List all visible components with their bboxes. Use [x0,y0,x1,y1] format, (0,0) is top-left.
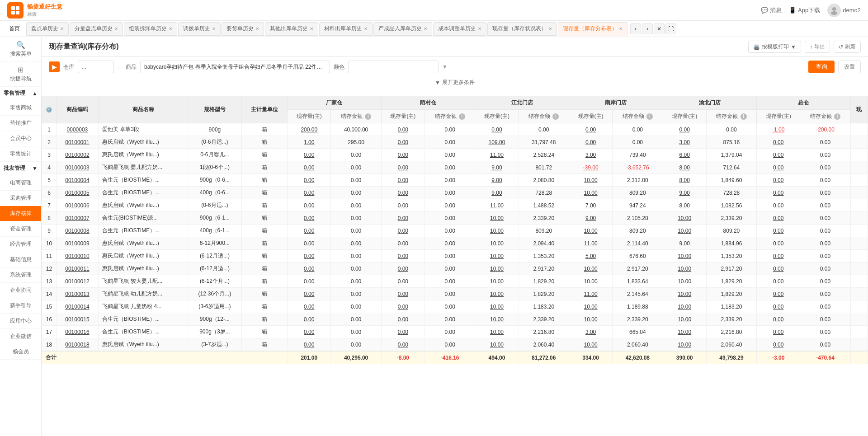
td-f-qty[interactable]: 0.00 [288,187,331,199]
td-jb-qty[interactable]: 109.00 [475,136,519,149]
td-tot-qty[interactable]: 0.00 [757,338,800,352]
td-yb-qty[interactable]: 10.00 [663,313,706,326]
td-jb-qty[interactable]: 9.00 [475,187,519,199]
td-yb-qty[interactable]: 10.00 [663,250,706,263]
td-mc-qty[interactable]: 0.00 [381,136,425,149]
tab-diaobodanhls[interactable]: 调拨单历史✕ [178,22,221,36]
tab-zuzhechaixie[interactable]: 组装拆卸单历史✕ [124,22,177,36]
tab-yaohuo[interactable]: 要货单历史✕ [222,22,264,36]
sidebar-item-ecommerce[interactable]: 电商管理 [0,175,41,191]
td-na-qty[interactable]: 11.00 [569,288,612,300]
td-mc-qty[interactable]: 0.00 [381,326,425,338]
td-na-qty[interactable]: 10.00 [569,263,612,275]
td-tot-qty[interactable]: 0.00 [757,313,800,326]
info-icon-3[interactable]: i [552,113,559,120]
td-mc-qty[interactable]: 0.00 [381,313,425,326]
td-mc-qty[interactable]: 0.00 [381,161,425,174]
td-jb-qty[interactable]: 10.00 [475,338,519,352]
td-code[interactable]: 00100014 [57,300,99,313]
td-na-qty[interactable]: 5.00 [569,250,612,263]
td-yb-qty[interactable]: 10.00 [663,300,706,313]
color-input[interactable] [348,61,439,73]
td-f-qty[interactable]: 0.00 [288,275,331,288]
sidebar-item-retailshop[interactable]: 零售商城 [0,100,41,116]
td-f-qty[interactable]: 200.00 [288,123,331,136]
tab-qitachuku[interactable]: 其他出库单历史✕ [265,22,318,36]
td-yb-qty[interactable]: 3.00 [663,136,706,149]
tab-prev-btn[interactable]: ‹ [630,23,641,34]
tab-close-qitachuku[interactable]: ✕ [310,26,313,31]
td-f-qty[interactable]: 0.00 [288,313,331,326]
td-code[interactable]: 00100006 [57,199,99,212]
td-code[interactable]: 00100009 [57,237,99,250]
sidebar-item-appcenter[interactable]: 应用中心 [0,314,41,329]
sidebar-item-operations[interactable]: 经营管理 [0,237,41,252]
td-jb-qty[interactable]: 0.00 [475,123,519,136]
export-btn[interactable]: ↑ 导出 [805,41,830,53]
td-tot-qty[interactable]: 0.00 [757,199,800,212]
td-tot-qty[interactable]: 0.00 [757,149,800,161]
sidebar-item-guide[interactable]: 新手引导 [0,298,41,314]
user-btn[interactable]: demo2 [827,4,861,17]
td-na-qty[interactable]: 9.00 [569,212,612,225]
td-code[interactable]: 00100011 [57,263,99,275]
td-tot-qty[interactable]: 0.00 [757,326,800,338]
td-mc-qty[interactable]: 0.00 [381,300,425,313]
td-tot-qty[interactable]: 0.00 [757,237,800,250]
td-code[interactable]: 00100007 [57,212,99,225]
td-f-qty[interactable]: 0.00 [288,174,331,187]
td-na-qty[interactable]: 10.00 [569,174,612,187]
td-f-qty[interactable]: 0.00 [288,338,331,352]
td-tot-qty[interactable]: 0.00 [757,187,800,199]
tab-next-btn[interactable]: › [642,23,653,34]
td-mc-qty[interactable]: 0.00 [381,212,425,225]
tab-close-pandian[interactable]: ✕ [60,26,64,31]
td-jb-qty[interactable]: 9.00 [475,161,519,174]
td-jb-qty[interactable]: 10.00 [475,300,519,313]
sidebar-item-system[interactable]: 系统管理 [0,267,41,283]
tab-close-xiancunliang-status[interactable]: ✕ [548,26,552,31]
sidebar-item-finance[interactable]: 资金管理 [0,221,41,237]
tab-home[interactable]: 首页 [4,23,25,34]
tab-xiancunliang-status[interactable]: 现存量（库存状况表）✕ [487,22,557,36]
td-code[interactable]: 00100016 [57,326,99,338]
td-na-qty[interactable]: 10.00 [569,313,612,326]
td-code[interactable]: 00100018 [57,338,99,352]
td-jb-qty[interactable]: 10.00 [475,212,519,225]
sidebar-item-weixin[interactable]: 企业微信 [0,329,41,344]
td-mc-qty[interactable]: 0.00 [381,199,425,212]
tab-close-chenben[interactable]: ✕ [478,26,481,31]
td-yb-qty[interactable]: 8.00 [663,161,706,174]
td-mc-qty[interactable]: 0.00 [381,174,425,187]
td-yb-qty[interactable]: 10.00 [663,212,706,225]
td-yb-qty[interactable]: 0.00 [663,123,706,136]
td-code[interactable]: 00100013 [57,288,99,300]
td-code[interactable]: 00100008 [57,225,99,237]
td-tot-qty[interactable]: 0.00 [757,288,800,300]
td-code[interactable]: 00100005 [57,187,99,199]
sidebar-section-wholesale[interactable]: 批发管理▼ [0,162,41,175]
td-jb-qty[interactable]: 10.00 [475,275,519,288]
td-yb-qty[interactable]: 10.00 [663,338,706,352]
info-icon-4[interactable]: i [646,113,653,120]
expand-more-btn[interactable]: ▼ 展开更多条件 [431,77,478,88]
sidebar-item-inventory[interactable]: 库存核算 [0,206,41,221]
info-icon-5[interactable]: i [741,113,747,120]
td-f-qty[interactable]: 1.00 [288,136,331,149]
tab-chanchengpinruku[interactable]: 产成品入库单历史✕ [373,22,432,36]
td-tot-qty[interactable]: 0.00 [757,174,800,187]
td-code[interactable]: 00100003 [57,161,99,174]
tab-pandian[interactable]: 盘点单历史✕ [26,22,69,36]
sidebar-item-member[interactable]: 会员中心 [0,131,41,146]
td-mc-qty[interactable]: 0.00 [381,263,425,275]
td-tot-qty[interactable]: 0.00 [757,263,800,275]
sidebar-item-retailstat[interactable]: 零售统计 [0,146,41,162]
info-icon-1[interactable]: i [365,113,371,120]
td-jb-qty[interactable]: 11.00 [475,149,519,161]
sidebar-item-member2[interactable]: 畅会员 [0,344,41,360]
print-btn[interactable]: 🖨️ 按模版打印 ▼ [748,41,801,53]
tab-xiancunliang-dist[interactable]: 现存量（库存分布表）✕ [558,22,627,36]
td-f-qty[interactable]: 0.00 [288,237,331,250]
color-dropdown[interactable]: ▼ [442,64,448,70]
tab-close-fenliangpandian[interactable]: ✕ [114,26,118,31]
